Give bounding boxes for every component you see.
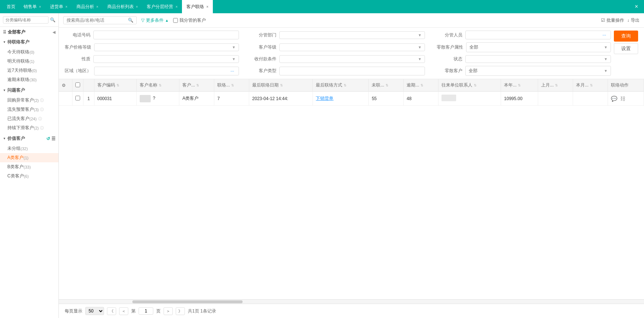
scroll-thumb[interactable] xyxy=(132,300,243,303)
prev-page-button[interactable]: ＜ xyxy=(119,307,128,315)
nav-purchase[interactable]: 进货单 × xyxy=(46,0,72,13)
last-contact-method-sort-icon[interactable]: ⇅ xyxy=(344,84,347,87)
contact-count-sort-icon[interactable]: ⇅ xyxy=(231,84,234,87)
sidebar-item-class-b[interactable]: B类客户 (33) xyxy=(0,162,58,172)
nav-home[interactable]: 首页 xyxy=(3,0,19,13)
unit-contact-sort-icon[interactable]: ⇅ xyxy=(474,84,477,87)
col-this-month[interactable]: 本月... ⇅ xyxy=(573,79,608,92)
payment-select[interactable]: ▼ xyxy=(279,55,425,63)
select-all-checkbox[interactable] xyxy=(75,82,80,87)
this-month-sort-icon[interactable]: ⇅ xyxy=(590,84,593,87)
sidebar-item-class-a[interactable]: A类客户 (1) xyxy=(0,153,58,162)
region-dots-icon[interactable]: ··· xyxy=(229,68,236,74)
value-settings-icon[interactable]: ☰ xyxy=(51,136,56,141)
sidebar-item-7days-contact[interactable]: 近7天待联络 (0) xyxy=(0,66,58,75)
first-page-button[interactable]: 《 xyxy=(107,307,116,315)
sidebar-item-today-contact[interactable]: 今天待联络 (0) xyxy=(0,47,58,57)
query-button[interactable]: 查询 xyxy=(614,31,638,42)
sidebar-item-class-c[interactable]: C类客户 (6) xyxy=(0,172,58,181)
filter-search-icon[interactable]: 🔍 xyxy=(128,18,133,23)
col-customer-name[interactable]: 客户名称 ⇅ xyxy=(137,79,179,92)
page-number-input[interactable] xyxy=(139,307,153,315)
filter-search-input[interactable] xyxy=(67,18,128,23)
last-month-sort-icon[interactable]: ⇅ xyxy=(555,84,558,87)
col-last-month[interactable]: 上月... ⇅ xyxy=(538,79,573,92)
nav-customer-segment-close[interactable]: × xyxy=(175,5,178,9)
repurchase-info-icon[interactable]: ⓘ xyxy=(40,98,44,103)
settings-gear-icon[interactable]: ⚙ xyxy=(62,83,66,88)
message-action-icon[interactable]: 💬 xyxy=(611,96,617,102)
all-customers-header[interactable]: ⠿ 全部客户 ◀ xyxy=(0,27,58,38)
per-page-select[interactable]: 50 100 200 xyxy=(85,307,104,315)
nav-purchase-close[interactable]: × xyxy=(65,5,68,9)
col-contact-action[interactable]: 联络动作 xyxy=(608,79,644,92)
nav-goods-analysis-list-close[interactable]: × xyxy=(136,5,138,9)
person-input[interactable]: ··· xyxy=(465,31,611,39)
sidebar-search-input[interactable] xyxy=(3,16,49,24)
last-page-button[interactable]: 》 xyxy=(176,307,185,315)
filter-settings-button[interactable]: 设置 xyxy=(614,43,638,54)
export-button[interactable]: ↓ 导出 xyxy=(627,17,640,24)
last-contact-date-sort-icon[interactable]: ⇅ xyxy=(280,84,283,87)
col-overdue[interactable]: 逾期... ⇅ xyxy=(404,79,439,92)
nav-sales-close[interactable]: × xyxy=(39,5,41,9)
person-dots-icon[interactable]: ··· xyxy=(601,32,608,38)
batch-op-button[interactable]: ☑ 批量操作 xyxy=(601,17,624,24)
churn-warning-info-icon[interactable]: ⓘ xyxy=(40,107,44,112)
col-last-contact-method[interactable]: 最后联络方式 ⇅ xyxy=(313,79,369,92)
sidebar-item-churned[interactable]: 已流失客户 (24) ⓘ xyxy=(0,114,58,123)
col-settings[interactable]: ⚙ xyxy=(59,79,72,92)
col-customer-code[interactable]: 客户编码 ⇅ xyxy=(94,79,137,92)
problem-customers-header[interactable]: ▼ 问题客户 xyxy=(0,86,58,94)
last-contact-method-link[interactable]: 下销货单 xyxy=(316,96,333,101)
sidebar-search-icon[interactable]: 🔍 xyxy=(50,17,56,22)
horizontal-scrollbar[interactable] xyxy=(59,299,644,304)
next-page-button[interactable]: ＞ xyxy=(164,307,173,315)
this-year-sort-icon[interactable]: ⇅ xyxy=(518,84,521,87)
phone-input[interactable] xyxy=(93,31,239,39)
nav-customer-contact[interactable]: 客户联络 × xyxy=(182,0,213,13)
link-action-icon[interactable]: ⛓ xyxy=(620,96,625,102)
customer-type-input[interactable] xyxy=(279,67,425,75)
nav-customer-segment[interactable]: 客户分层经营 × xyxy=(142,0,182,13)
sidebar-item-tomorrow-contact[interactable]: 明天待联络 (1) xyxy=(0,57,58,66)
value-customers-header[interactable]: ▼ 价值客户 ↺ ☰ xyxy=(0,134,58,142)
retail-attr-select[interactable]: 全部 ▼ xyxy=(466,42,611,52)
col-this-year[interactable]: 本年... ⇅ xyxy=(501,79,538,92)
pending-contact-header[interactable]: ▼ 待联络客户 xyxy=(0,38,58,46)
not-contacted-sort-icon[interactable]: ⇅ xyxy=(386,84,389,87)
sidebar-item-repurchase-abnormal[interactable]: 回购异常客户 (2) ⓘ xyxy=(0,96,58,105)
nav-sales[interactable]: 销售单 × xyxy=(19,0,46,13)
customer-level-select[interactable]: ▼ xyxy=(279,43,425,51)
col-customer-type[interactable]: 客户... ⇅ xyxy=(179,79,214,92)
declining-info-icon[interactable]: ⓘ xyxy=(40,126,44,131)
customer-name-sort-icon[interactable]: ⇅ xyxy=(159,84,162,87)
nature-select[interactable]: ▼ xyxy=(93,55,239,63)
nav-goods-analysis-list[interactable]: 商品分析列表 × xyxy=(103,0,143,13)
nav-goods-analysis[interactable]: 商品分析 × xyxy=(72,0,103,13)
col-unit-contact[interactable]: 往来单位联系人 ⇅ xyxy=(439,79,501,92)
churned-info-icon[interactable]: ⓘ xyxy=(38,116,42,121)
retail-select[interactable]: 全部 ▼ xyxy=(465,66,611,76)
sidebar-item-declining[interactable]: 持续下滑客户 (2) ⓘ xyxy=(0,123,58,132)
overdue-sort-icon[interactable]: ⇅ xyxy=(421,84,423,87)
customer-type-sort-icon[interactable]: ⇅ xyxy=(196,84,199,87)
row-checkbox[interactable] xyxy=(75,96,80,100)
status-select[interactable]: ▼ xyxy=(465,55,611,63)
nav-customer-contact-close[interactable]: × xyxy=(206,5,208,9)
customer-code-sort-icon[interactable]: ⇅ xyxy=(117,84,119,87)
sidebar-item-ungraded[interactable]: 未分组 (32) xyxy=(0,144,58,153)
value-refresh-icon[interactable]: ↺ xyxy=(46,136,50,141)
sidebar-collapse-icon[interactable]: ◀ xyxy=(53,30,56,34)
region-input[interactable]: ··· xyxy=(94,67,239,75)
more-conditions-button[interactable]: ▽ 更多条件 ▲ xyxy=(141,17,169,24)
col-not-contacted[interactable]: 未联... ⇅ xyxy=(369,79,404,92)
sidebar-item-churn-warning[interactable]: 流失预警客户 (3) ⓘ xyxy=(0,105,58,114)
price-level-select[interactable]: ▼ xyxy=(94,43,239,51)
sidebar-item-overdue-contact[interactable]: 逾期未联络 (30) xyxy=(0,75,58,84)
dept-select[interactable]: ▼ xyxy=(279,31,425,39)
nav-goods-analysis-close[interactable]: × xyxy=(96,5,99,9)
col-contact-count[interactable]: 联络... ⇅ xyxy=(214,79,249,92)
my-customers-checkbox[interactable] xyxy=(173,18,178,23)
window-close-button[interactable]: × xyxy=(632,3,641,10)
